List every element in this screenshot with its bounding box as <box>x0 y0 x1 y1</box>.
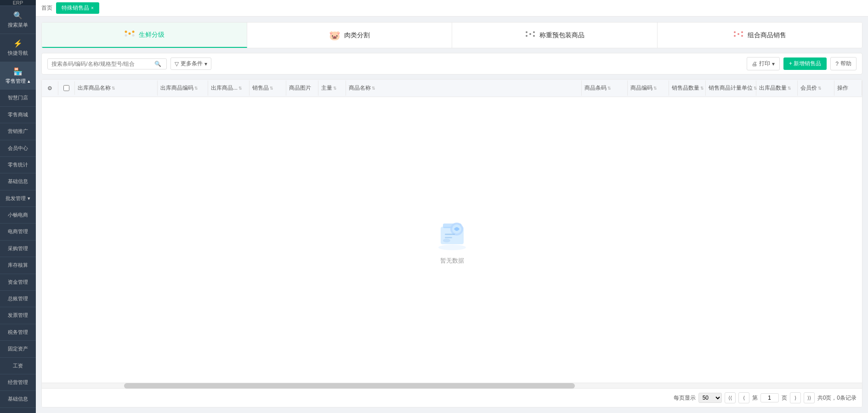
help-button[interactable]: ? 帮助 <box>830 57 857 70</box>
empty-text: 暂无数据 <box>440 257 464 265</box>
new-sale-label: + 新增销售品 <box>789 60 821 68</box>
main-content: 首页 特殊销售品 × 生鲜分级 <box>36 0 868 413</box>
last-page-button[interactable]: ⟩⟩ <box>804 392 815 403</box>
th-goods-num: 商品编码 ⇅ <box>628 80 669 96</box>
sidebar-item-label: 零售商城 <box>8 112 28 117</box>
svg-rect-21 <box>445 237 452 238</box>
select-all-checkbox[interactable] <box>63 85 69 91</box>
page-label: 第 <box>752 394 758 402</box>
sort-icon[interactable]: ⇅ <box>372 86 375 91</box>
toolbar-left: 🔍 ▽ 更多条件 ▾ <box>47 57 211 70</box>
sort-icon[interactable]: ⇅ <box>788 86 791 91</box>
sort-icon[interactable]: ⇅ <box>238 86 242 91</box>
th-main: 主量 ⇅ <box>318 80 346 96</box>
sidebar-item-tax-mgmt[interactable]: 税务管理 <box>0 324 36 341</box>
th-setting[interactable]: ⚙ <box>42 81 58 95</box>
sidebar-item-invoice-mgmt[interactable]: 发票管理 <box>0 307 36 324</box>
filter-label: 更多条件 <box>181 60 203 68</box>
sidebar-item-smart-store[interactable]: 智慧门店 <box>0 90 36 106</box>
sidebar-item-general-ledger[interactable]: 总账管理 <box>0 291 36 307</box>
sidebar-item-label: 总账管理 <box>8 296 28 301</box>
sort-icon[interactable]: ⇅ <box>112 86 115 91</box>
category-tab-label: 肉类分割 <box>344 31 370 40</box>
sidebar-item-label: 库存核算 <box>8 262 28 268</box>
sidebar-item-stock-check[interactable]: 库存核算 <box>0 257 36 274</box>
sidebar-item-sys-mgmt[interactable]: 系统管理 <box>0 408 36 413</box>
svg-point-11 <box>738 33 739 35</box>
page-input[interactable] <box>760 393 779 402</box>
toolbar: 🔍 ▽ 更多条件 ▾ 🖨 打印 ▾ + 新增销售品 ? <box>41 53 862 75</box>
th-out-code: 出库商品编码 ⇅ <box>158 80 208 96</box>
topbar-home[interactable]: 首页 <box>41 4 52 12</box>
th-check[interactable] <box>58 81 75 95</box>
filter-chevron-icon: ▾ <box>204 61 207 67</box>
sort-icon[interactable]: ⇅ <box>653 86 657 91</box>
settings-icon: ⚙ <box>47 85 52 92</box>
sidebar-item-salary[interactable]: 工资 <box>0 358 36 374</box>
category-tab-combo-sale[interactable]: 组合商品销售 <box>658 23 862 48</box>
search-menu-icon: 🔍 <box>2 11 34 21</box>
sidebar-item-label: 税务管理 <box>8 329 28 335</box>
prev-page-button[interactable]: ⟨ <box>738 392 749 403</box>
svg-point-10 <box>734 31 736 33</box>
filter-icon: ▽ <box>175 61 179 67</box>
svg-point-15 <box>438 245 466 250</box>
category-tab-fresh-grade[interactable]: 生鲜分级 <box>42 23 247 48</box>
new-sale-button[interactable]: + 新增销售品 <box>783 57 827 70</box>
toolbar-right: 🖨 打印 ▾ + 新增销售品 ? 帮助 <box>747 57 857 70</box>
sidebar-item-ecom-mgmt[interactable]: 电商管理 <box>0 224 36 240</box>
help-label: 帮助 <box>840 60 851 68</box>
svg-point-12 <box>741 31 743 33</box>
page-size-label: 每页显示 <box>674 394 696 402</box>
topbar-tab-close-icon[interactable]: × <box>91 6 94 11</box>
sort-icon[interactable]: ⇅ <box>818 86 822 91</box>
topbar-tab-special[interactable]: 特殊销售品 × <box>56 2 99 14</box>
sidebar-item-finance-mgmt[interactable]: 资金管理 <box>0 274 36 291</box>
topbar: 首页 特殊销售品 × <box>36 0 868 17</box>
category-tabs: 生鲜分级 🐷 肉类分割 称重预包装商品 <box>41 22 862 48</box>
first-page-button[interactable]: ⟨⟨ <box>725 392 736 403</box>
sort-icon[interactable]: ⇅ <box>270 86 273 91</box>
table-footer: 每页显示 50 10 20 100 ⟨⟨ ⟨ 第 页 ⟩ ⟩⟩ 共0页，0条记录 <box>42 388 862 407</box>
scrollbar-thumb[interactable] <box>124 383 575 389</box>
sidebar-item-retail-mall[interactable]: 零售商城 <box>0 107 36 123</box>
sidebar-item-basic-info[interactable]: 基础信息 <box>0 391 36 407</box>
sidebar-item-fixed-assets[interactable]: 固定资产 <box>0 341 36 357</box>
sidebar-item-retail-mgmt[interactable]: 🏪 零售管理 ▴ <box>0 62 36 90</box>
help-icon: ? <box>835 61 839 67</box>
filter-button[interactable]: ▽ 更多条件 ▾ <box>170 57 211 70</box>
sidebar-item-wholesale-mgmt[interactable]: 批发管理 ▾ <box>0 190 36 207</box>
search-input[interactable] <box>51 61 153 67</box>
sidebar-item-retail-stats[interactable]: 零售统计 <box>0 157 36 173</box>
sort-icon[interactable]: ⇅ <box>194 86 198 91</box>
horizontal-scrollbar[interactable] <box>42 383 862 388</box>
print-button[interactable]: 🖨 打印 ▾ <box>747 57 780 70</box>
search-box[interactable]: 🔍 <box>47 58 167 69</box>
sidebar-item-label: 工资 <box>13 363 23 368</box>
meat-cut-icon: 🐷 <box>329 30 340 41</box>
svg-point-8 <box>526 35 528 37</box>
table: ⚙ 出库商品名称 ⇅ 出库商品编码 ⇅ 出库商品... ⇅ <box>41 79 862 407</box>
sidebar-item-marketing[interactable]: 营销推广 <box>0 123 36 140</box>
category-tab-weight-packed[interactable]: 称重预包装商品 <box>452 23 658 48</box>
sidebar-item-search-menu[interactable]: 🔍 搜索菜单 <box>0 6 36 34</box>
sidebar-item-label: 搜索菜单 <box>8 22 28 28</box>
sidebar-item-basic-info-retail[interactable]: 基础信息 <box>0 173 36 190</box>
th-goods-name: 商品名称 ⇅ <box>346 80 582 96</box>
page-size-select[interactable]: 50 10 20 100 <box>698 393 722 403</box>
sidebar-item-member-center[interactable]: 会员中心 <box>0 140 36 157</box>
sidebar-item-mini-ecom[interactable]: 小畅电商 <box>0 207 36 224</box>
print-icon: 🖨 <box>752 61 757 67</box>
sidebar-item-label: 零售管理 ▴ <box>6 78 30 84</box>
sidebar-item-purchase-mgmt[interactable]: 采购管理 <box>0 241 36 257</box>
next-page-button[interactable]: ⟩ <box>790 392 801 403</box>
sidebar-item-quick-nav[interactable]: ⚡ 快捷导航 <box>0 34 36 62</box>
sort-icon[interactable]: ⇅ <box>333 86 337 91</box>
sidebar-item-ops-mgmt[interactable]: 经营管理 <box>0 374 36 391</box>
sort-icon[interactable]: ⇅ <box>607 86 611 91</box>
th-goods-code: 商品条码 ⇅ <box>582 80 628 96</box>
sort-icon[interactable]: ⇅ <box>700 86 704 91</box>
category-tab-meat-cut[interactable]: 🐷 肉类分割 <box>247 23 453 48</box>
sidebar-item-label: 资金管理 <box>8 279 28 285</box>
logo-text: ERP <box>13 0 23 6</box>
